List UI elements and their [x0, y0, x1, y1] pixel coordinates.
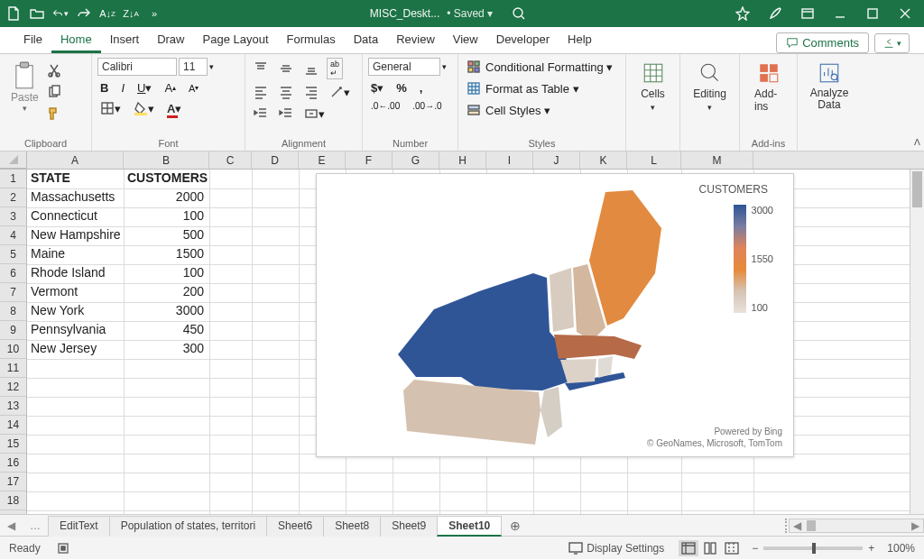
- fill-color-icon[interactable]: ▾: [131, 99, 157, 117]
- copy-icon[interactable]: [44, 83, 64, 101]
- tab-help[interactable]: Help: [559, 27, 601, 53]
- sheet-tab[interactable]: Sheet8: [323, 516, 381, 537]
- qat-more-icon[interactable]: »: [146, 5, 162, 22]
- vertical-scrollbar[interactable]: [910, 170, 924, 514]
- tab-page-layout[interactable]: Page Layout: [194, 27, 278, 53]
- percent-icon[interactable]: %: [393, 79, 410, 96]
- row-header[interactable]: 10: [0, 340, 26, 359]
- sort-asc-icon[interactable]: A↓Z: [99, 5, 116, 22]
- open-file-icon[interactable]: [29, 5, 45, 22]
- row-header[interactable]: 16: [0, 454, 26, 473]
- wrap-text-icon[interactable]: ab↵: [327, 58, 343, 79]
- zoom-slider[interactable]: [763, 546, 863, 550]
- cell[interactable]: New Jersey: [27, 340, 122, 358]
- select-all-triangle[interactable]: [0, 151, 27, 169]
- row-header[interactable]: 5: [0, 245, 26, 264]
- spreadsheet-grid[interactable]: 123456789101112131415161718: [0, 170, 924, 514]
- column-header[interactable]: B: [124, 151, 209, 169]
- row-header[interactable]: 18: [0, 491, 26, 510]
- cell[interactable]: 450: [124, 321, 208, 339]
- tab-review[interactable]: Review: [387, 27, 444, 53]
- tab-view[interactable]: View: [444, 27, 487, 53]
- tab-home[interactable]: Home: [51, 27, 101, 53]
- cell[interactable]: Rhode Island: [27, 264, 122, 282]
- column-header[interactable]: C: [209, 151, 252, 169]
- ribbon-mode-icon[interactable]: [799, 5, 816, 22]
- premium-icon[interactable]: [735, 5, 751, 22]
- sort-desc-icon[interactable]: Z↓A: [123, 5, 139, 22]
- sheet-tab[interactable]: Sheet9: [380, 516, 438, 537]
- sheet-tab[interactable]: Sheet10: [437, 516, 502, 537]
- row-header[interactable]: 11: [0, 359, 26, 378]
- new-file-icon[interactable]: [5, 5, 22, 22]
- cut-icon[interactable]: [44, 61, 64, 79]
- cell[interactable]: Vermont: [27, 283, 122, 301]
- row-header[interactable]: 4: [0, 226, 26, 245]
- sheet-tab[interactable]: Population of states, territori: [109, 516, 267, 537]
- cell[interactable]: 500: [124, 226, 208, 244]
- cell[interactable]: 1500: [124, 245, 208, 263]
- cell[interactable]: 300: [124, 340, 208, 358]
- column-header[interactable]: K: [580, 151, 627, 169]
- editing-button[interactable]: Editing▾: [686, 58, 734, 115]
- sheet-tab[interactable]: EditText: [48, 516, 110, 537]
- merge-icon[interactable]: ▾: [301, 105, 328, 123]
- maximize-icon[interactable]: [864, 5, 881, 22]
- cell[interactable]: 100: [124, 207, 208, 225]
- page-layout-view-icon[interactable]: [700, 540, 720, 556]
- font-name-input[interactable]: [97, 58, 177, 76]
- cell-styles-button[interactable]: Cell Styles ▾: [464, 101, 553, 119]
- align-middle-icon[interactable]: [276, 60, 296, 78]
- cell[interactable]: Connecticut: [27, 207, 122, 225]
- comments-button[interactable]: Comments: [776, 32, 869, 53]
- decrease-indent-icon[interactable]: [251, 105, 271, 123]
- zoom-label[interactable]: 100%: [887, 542, 915, 555]
- sheet-tab[interactable]: Sheet6: [266, 516, 324, 537]
- minimize-icon[interactable]: [832, 5, 848, 22]
- increase-decimal-icon[interactable]: .0←.00: [368, 99, 402, 113]
- paste-button[interactable]: Paste ▾: [5, 58, 44, 123]
- column-header[interactable]: A: [27, 151, 124, 169]
- format-as-table-button[interactable]: Format as Table ▾: [464, 79, 582, 97]
- search-icon[interactable]: [511, 5, 527, 22]
- tab-formulas[interactable]: Formulas: [278, 27, 345, 53]
- undo-icon[interactable]: ▾: [52, 5, 69, 22]
- row-header[interactable]: 2: [0, 188, 26, 207]
- row-header[interactable]: 13: [0, 397, 26, 416]
- font-color-icon[interactable]: A▾: [164, 100, 184, 117]
- conditional-formatting-button[interactable]: Conditional Formatting ▾: [464, 58, 615, 76]
- column-header[interactable]: D: [252, 151, 299, 169]
- analyze-data-button[interactable]: Analyze Data: [803, 58, 855, 115]
- orientation-icon[interactable]: ▾: [327, 83, 353, 101]
- row-header[interactable]: 17: [0, 473, 26, 491]
- row-headers[interactable]: 123456789101112131415161718: [0, 170, 27, 514]
- shrink-font-icon[interactable]: A▾: [186, 81, 201, 96]
- saved-status[interactable]: • Saved ▾: [447, 7, 493, 20]
- cell[interactable]: CUSTOMERS: [124, 170, 208, 188]
- zoom-in-button[interactable]: +: [868, 542, 874, 555]
- cell[interactable]: STATE: [27, 170, 122, 188]
- cell[interactable]: 3000: [124, 302, 208, 320]
- number-format-select[interactable]: [368, 58, 440, 76]
- row-header[interactable]: 9: [0, 321, 26, 340]
- row-header[interactable]: 14: [0, 416, 26, 435]
- cell[interactable]: 100: [124, 264, 208, 282]
- column-header[interactable]: L: [627, 151, 681, 169]
- share-button[interactable]: ▾: [874, 33, 910, 53]
- row-header[interactable]: 6: [0, 264, 26, 283]
- display-settings-button[interactable]: Display Settings: [566, 539, 667, 557]
- column-header[interactable]: G: [393, 151, 439, 169]
- column-header[interactable]: J: [533, 151, 580, 169]
- tab-developer[interactable]: Developer: [487, 27, 559, 53]
- column-header[interactable]: I: [486, 151, 533, 169]
- sheet-nav-prev[interactable]: ◀: [0, 519, 23, 532]
- decrease-decimal-icon[interactable]: .00→.0: [410, 99, 444, 113]
- cell[interactable]: New York: [27, 302, 122, 320]
- zoom-out-button[interactable]: −: [752, 542, 758, 555]
- row-header[interactable]: 15: [0, 435, 26, 454]
- cell[interactable]: New Hampshire: [27, 226, 122, 244]
- cells-button[interactable]: Cells▾: [632, 58, 674, 115]
- tab-insert[interactable]: Insert: [101, 27, 149, 53]
- format-painter-icon[interactable]: [44, 105, 64, 123]
- cell[interactable]: Pennsylvania: [27, 321, 122, 339]
